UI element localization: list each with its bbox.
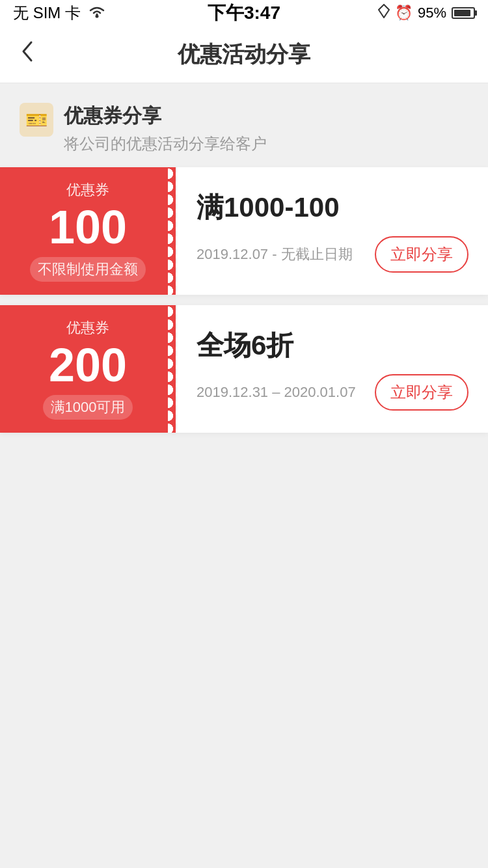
back-button[interactable] bbox=[20, 38, 35, 70]
svg-point-0 bbox=[96, 15, 99, 18]
nav-bar: 优惠活动分享 bbox=[0, 26, 488, 83]
coupon-card: 优惠券 100 不限制使用金额 满1000-100 2019.12.07 - 无… bbox=[0, 167, 488, 295]
coupon-card-1: 优惠券 200 满1000可用 全场6折 2019.12.31 – 2020.0… bbox=[0, 305, 488, 433]
coupon-condition-1: 满1000可用 bbox=[43, 395, 133, 420]
coupon-date-0: 2019.12.07 - 无截止日期 bbox=[197, 245, 368, 264]
battery-icon bbox=[452, 7, 475, 19]
coupon-bottom-0: 2019.12.07 - 无截止日期 立即分享 bbox=[197, 236, 468, 273]
bottom-area bbox=[0, 456, 488, 821]
status-right: ⏰ 95% bbox=[378, 4, 475, 22]
coupon-bottom-1: 2019.12.31 – 2020.01.07 立即分享 bbox=[197, 374, 468, 411]
alarm-icon: ⏰ bbox=[395, 5, 413, 21]
page-title: 优惠活动分享 bbox=[178, 40, 310, 70]
wifi-icon bbox=[87, 4, 107, 22]
status-left: 无 SIM 卡 bbox=[13, 3, 107, 23]
coupon-name-0: 满1000-100 bbox=[197, 189, 468, 226]
share-button-0[interactable]: 立即分享 bbox=[375, 236, 468, 273]
coupon-date-1: 2019.12.31 – 2020.01.07 bbox=[197, 384, 368, 401]
carrier-text: 无 SIM 卡 bbox=[13, 3, 81, 23]
section-title: 优惠券分享 bbox=[64, 103, 267, 129]
coupon-left-1: 优惠券 200 满1000可用 bbox=[0, 305, 176, 433]
coupon-name-1: 全场6折 bbox=[197, 327, 468, 364]
section-subtitle: 将公司的优惠活动分享给客户 bbox=[64, 133, 267, 154]
coupon-amount-1: 200 bbox=[49, 342, 127, 388]
section-text: 优惠券分享 将公司的优惠活动分享给客户 bbox=[64, 103, 267, 154]
section-header: 🎫 优惠券分享 将公司的优惠活动分享给客户 bbox=[0, 83, 488, 167]
status-time: 下午3:47 bbox=[208, 1, 280, 25]
location-icon bbox=[378, 4, 390, 22]
coupon-type-1: 优惠券 bbox=[66, 318, 109, 338]
battery-text: 95% bbox=[418, 5, 446, 21]
coupon-list: 优惠券 100 不限制使用金额 满1000-100 2019.12.07 - 无… bbox=[0, 167, 488, 456]
coupon-right-1: 全场6折 2019.12.31 – 2020.01.07 立即分享 bbox=[177, 305, 488, 433]
status-bar: 无 SIM 卡 下午3:47 ⏰ 95% bbox=[0, 0, 488, 26]
coupon-left-0: 优惠券 100 不限制使用金额 bbox=[0, 167, 176, 295]
coupon-icon: 🎫 bbox=[25, 109, 48, 131]
coupon-type-0: 优惠券 bbox=[66, 180, 109, 200]
section-icon: 🎫 bbox=[20, 103, 53, 137]
share-button-1[interactable]: 立即分享 bbox=[375, 374, 468, 411]
coupon-amount-0: 100 bbox=[49, 204, 127, 251]
coupon-condition-0: 不限制使用金额 bbox=[30, 257, 146, 282]
coupon-right-0: 满1000-100 2019.12.07 - 无截止日期 立即分享 bbox=[177, 167, 488, 295]
